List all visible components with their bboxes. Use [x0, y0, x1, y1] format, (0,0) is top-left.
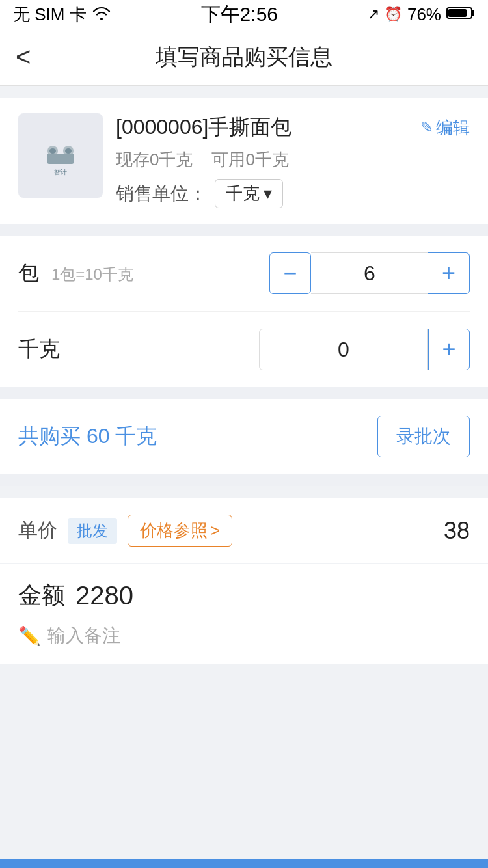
edit-button[interactable]: ✎ 编辑: [420, 116, 470, 139]
product-image: 智计: [18, 113, 103, 198]
summary-section: 共购买 60 千克 录批次: [0, 399, 488, 474]
amount-value: 2280: [75, 581, 133, 610]
bag-plus-button[interactable]: +: [428, 252, 470, 294]
batch-button[interactable]: 录批次: [377, 416, 470, 457]
alarm-icon: ⏰: [385, 6, 402, 23]
product-unit-row: 销售单位： 千克 ▾: [116, 179, 470, 208]
sim-text: 无 SIM 卡: [13, 3, 87, 26]
remark-row[interactable]: ✏️ 输入备注: [18, 623, 470, 648]
amount-section: 金额 2280 ✏️ 输入备注: [0, 564, 488, 664]
battery-icon: [446, 5, 475, 25]
summary-text: 共购买 60 千克: [18, 422, 157, 451]
kg-qty-control: +: [259, 329, 470, 370]
amount-label: 金额: [18, 580, 65, 612]
chevron-down-icon: ▾: [264, 183, 272, 204]
kg-input-row: 千克 +: [18, 312, 470, 387]
page-title: 填写商品购买信息: [156, 42, 332, 72]
price-tag: 批发: [68, 518, 117, 544]
bag-qty-input[interactable]: [311, 252, 428, 294]
svg-point-5: [49, 148, 56, 154]
nav-bar: < 填写商品购买信息: [0, 29, 488, 86]
wifi-icon: [92, 5, 111, 25]
pencil-icon: ✏️: [18, 625, 41, 647]
svg-text:智计: 智计: [54, 169, 67, 176]
product-name: [0000006]手撕面包: [116, 113, 291, 142]
chevron-right-icon: >: [210, 521, 220, 541]
kg-qty-input[interactable]: [259, 329, 428, 370]
input-section: 包 1包=10千克 − + 千克 +: [0, 236, 488, 387]
status-right: ↗ ⏰ 76%: [368, 5, 475, 25]
status-time: 下午2:56: [201, 1, 278, 28]
empty-space: [0, 664, 488, 859]
kg-plus-button[interactable]: +: [428, 329, 470, 370]
status-bar: 无 SIM 卡 下午2:56 ↗ ⏰ 76%: [0, 0, 488, 29]
bag-qty-control: − +: [269, 252, 470, 294]
divider-1: [0, 224, 488, 236]
divider-3: [0, 474, 488, 486]
location-icon: ↗: [368, 6, 379, 23]
svg-rect-2: [448, 9, 467, 17]
price-section: 单价 批发 价格参照 > 38: [0, 498, 488, 563]
battery-text: 76%: [407, 5, 441, 25]
bag-hint: 1包=10千克: [51, 265, 133, 283]
unit-dropdown[interactable]: 千克 ▾: [215, 179, 283, 208]
price-value: 38: [444, 517, 470, 545]
divider-2: [0, 387, 488, 399]
svg-point-6: [65, 148, 72, 154]
price-label: 单价: [18, 517, 57, 544]
amount-row: 金额 2280: [18, 580, 470, 612]
svg-rect-1: [472, 10, 474, 16]
price-ref-button[interactable]: 价格参照 >: [128, 515, 232, 547]
bag-minus-button[interactable]: −: [269, 252, 311, 294]
product-info: [0000006]手撕面包 ✎ 编辑 现存0千克 可用0千克 销售单位： 千克 …: [116, 113, 470, 208]
svg-rect-7: [47, 154, 74, 164]
kg-label: 千克: [18, 335, 259, 364]
status-left: 无 SIM 卡: [13, 3, 111, 26]
product-card: 智计 [0000006]手撕面包 ✎ 编辑 现存0千克 可用0千克 销售单位： …: [0, 98, 488, 224]
confirm-button[interactable]: 确定: [0, 859, 488, 868]
product-stock: 现存0千克 可用0千克: [116, 148, 470, 171]
edit-icon: ✎: [420, 118, 433, 137]
bag-label: 包 1包=10千克: [18, 259, 269, 288]
remark-placeholder: 输入备注: [47, 623, 120, 648]
bag-input-row: 包 1包=10千克 − +: [18, 236, 470, 312]
summary-amount: 60: [87, 424, 110, 448]
back-button[interactable]: <: [16, 42, 31, 72]
